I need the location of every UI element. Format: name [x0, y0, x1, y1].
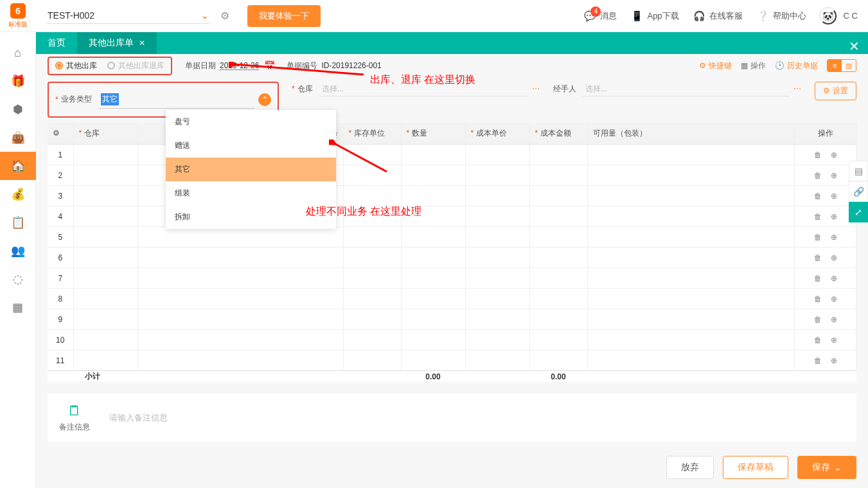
calendar-icon[interactable]: 📅 [264, 60, 275, 71]
tab-current[interactable]: 其他出库单 ✕ [77, 32, 157, 54]
nav-support-label: 在线客服 [709, 10, 743, 22]
rail-expand-icon[interactable]: ⤢ [849, 202, 868, 222]
delete-row-icon[interactable]: 🗑 [814, 294, 822, 303]
handler-select[interactable] [583, 82, 790, 96]
discard-button[interactable]: 放弃 [666, 456, 714, 479]
delete-row-icon[interactable]: 🗑 [814, 233, 822, 242]
add-row-icon[interactable]: ⊕ [831, 294, 837, 303]
radio-outbound[interactable]: 其他出库 [55, 60, 97, 71]
nav-finance-icon[interactable]: 💰 [0, 180, 36, 208]
table-row[interactable]: 10🗑⊕ [48, 330, 856, 350]
col-cost: *成本单价 [465, 123, 529, 145]
view-list-icon[interactable]: ≡ [828, 60, 842, 71]
rail-link-icon[interactable]: 🔗 [849, 181, 868, 202]
add-row-icon[interactable]: ⊕ [831, 356, 837, 365]
row-index: 1 [48, 145, 73, 165]
nav-message[interactable]: 💬 消息 4 [584, 10, 617, 22]
settings-button[interactable]: ⚙ 设置 [815, 82, 856, 100]
clock-icon: 🕑 [775, 61, 784, 70]
table-row[interactable]: 11🗑⊕ [48, 350, 856, 371]
form-toolbar: 其他出库 其他出库退库 单据日期 2019-12-26 📅 单据编号 ID-20… [36, 54, 868, 77]
remarks-input[interactable] [109, 413, 845, 422]
row-index: 5 [48, 227, 73, 248]
col-amount: *成本金额 [529, 123, 587, 145]
handler-field-block: 经手人 ⋯ [553, 82, 802, 96]
row-index: 7 [48, 268, 73, 289]
column-settings-icon[interactable]: ⚙ [48, 123, 73, 145]
delete-row-icon[interactable]: 🗑 [814, 212, 822, 221]
delete-row-icon[interactable]: 🗑 [814, 274, 822, 283]
nav-app-download[interactable]: 📱 App下载 [631, 10, 678, 22]
add-row-icon[interactable]: ⊕ [831, 336, 837, 345]
add-row-icon[interactable]: ⊕ [831, 171, 837, 180]
save-button[interactable]: 保存 ⌄ [797, 456, 856, 479]
radio-return[interactable]: 其他出库退库 [107, 60, 164, 71]
delete-row-icon[interactable]: 🗑 [814, 171, 822, 180]
remarks-title: 备注信息 [59, 422, 90, 433]
shortcut-link[interactable]: ⚙快捷键 [699, 60, 732, 71]
dropdown-option[interactable]: 盘亏 [166, 110, 336, 134]
dropdown-option[interactable]: 组装 [166, 181, 336, 205]
delete-row-icon[interactable]: 🗑 [814, 356, 822, 365]
nav-contacts-icon[interactable]: 👥 [0, 237, 36, 265]
chevron-down-icon[interactable]: ⌄ [201, 10, 209, 21]
add-row-icon[interactable]: ⊕ [831, 315, 837, 324]
nav-warehouse-icon[interactable]: 🏠 [0, 152, 36, 180]
nav-report-icon[interactable]: 📋 [0, 208, 36, 237]
nav-gift-icon[interactable]: 🎁 [0, 67, 36, 95]
gear-icon[interactable]: ⚙ [220, 10, 229, 22]
subtotal-amount: 0.00 [529, 371, 587, 383]
row-index: 9 [48, 309, 73, 330]
chevron-up-icon[interactable]: ⌃ [258, 93, 271, 106]
dropdown-option[interactable]: 拆卸 [166, 205, 336, 229]
more-icon[interactable]: ⋯ [793, 84, 802, 93]
add-row-icon[interactable]: ⊕ [831, 253, 837, 262]
business-type-select[interactable]: 其它 [98, 91, 254, 109]
grid-wrap: ⚙ *仓库 号 *库存单位 *数量 *成本单价 *成本金额 可用量（包装） 操作… [36, 123, 868, 383]
dropdown-option[interactable]: 赠送 [166, 134, 336, 158]
nav-new-icon[interactable]: ▦ [0, 293, 36, 321]
org-selector[interactable]: TEST-H002 ⌄ [46, 8, 210, 24]
add-row-icon[interactable]: ⊕ [831, 150, 837, 159]
table-row[interactable]: 6🗑⊕ [48, 248, 856, 268]
dropdown-option[interactable]: 其它 [166, 158, 336, 181]
avatar[interactable]: 🐼 [819, 7, 837, 25]
delete-row-icon[interactable]: 🗑 [814, 315, 822, 324]
close-icon[interactable]: ✕ [139, 39, 145, 48]
add-row-icon[interactable]: ⊕ [831, 274, 837, 283]
table-row[interactable]: 5🗑⊕ [48, 227, 856, 248]
nav-sync-icon[interactable]: ◌ [0, 265, 36, 293]
table-row[interactable]: 8🗑⊕ [48, 289, 856, 309]
add-row-icon[interactable]: ⊕ [831, 233, 837, 242]
table-row[interactable]: 9🗑⊕ [48, 309, 856, 330]
nav-support[interactable]: 🎧 在线客服 [693, 10, 743, 22]
rail-note-icon[interactable]: ▤ [849, 161, 868, 181]
footer-actions: 放弃 保存草稿 保存 ⌄ [36, 456, 868, 488]
add-row-icon[interactable]: ⊕ [831, 192, 837, 201]
row-index: 4 [48, 206, 73, 227]
save-draft-button[interactable]: 保存草稿 [723, 456, 788, 479]
nav-purchase-icon[interactable]: 👜 [0, 123, 36, 152]
business-type-dropdown: 盘亏 赠送 其它 组装 拆卸 [166, 110, 336, 229]
try-button[interactable]: 我要体验一下 [247, 5, 321, 27]
table-row[interactable]: 7🗑⊕ [48, 268, 856, 289]
delete-row-icon[interactable]: 🗑 [814, 253, 822, 262]
operate-link[interactable]: ▦操作 [741, 60, 766, 71]
bill-date-value[interactable]: 2019-12-26 [220, 61, 259, 70]
tab-strip: 首页 其他出库单 ✕ ✕ [36, 32, 868, 54]
row-index: 3 [48, 186, 73, 206]
tab-home[interactable]: 首页 [36, 32, 77, 54]
view-card-icon[interactable]: ▥ [842, 60, 856, 71]
more-icon[interactable]: ⋯ [532, 84, 540, 93]
delete-row-icon[interactable]: 🗑 [814, 336, 822, 345]
delete-row-icon[interactable]: 🗑 [814, 150, 822, 159]
right-rail: ▤ 🔗 ⤢ [849, 161, 868, 222]
delete-row-icon[interactable]: 🗑 [814, 192, 822, 201]
nav-sales-icon[interactable]: ⬢ [0, 95, 36, 123]
warehouse-select[interactable] [319, 82, 528, 96]
add-row-icon[interactable]: ⊕ [831, 212, 837, 221]
nav-help[interactable]: ❔ 帮助中心 [757, 10, 806, 22]
nav-home-icon[interactable]: ⌂ [0, 39, 36, 67]
radio-checked-icon [55, 62, 63, 69]
history-link[interactable]: 🕑历史单据 [775, 60, 818, 71]
